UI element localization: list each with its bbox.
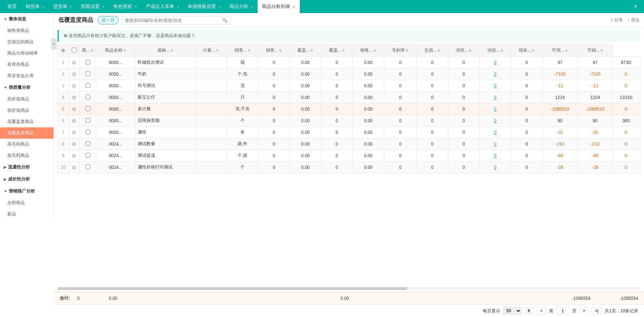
row-browse1[interactable]: 0 (479, 138, 511, 150)
col-sales-amt[interactable]: 销售...⇅ (258, 44, 290, 57)
checkbox-column-header[interactable] (69, 44, 80, 57)
row-checkbox-cell[interactable] (80, 80, 96, 92)
scrollbar-thumb[interactable] (58, 287, 407, 290)
row-browse1[interactable]: 0 (479, 92, 511, 103)
sidebar-item-capital-usage[interactable]: 库存资金占用 (0, 70, 54, 82)
sidebar-collapse-button[interactable]: « (51, 39, 57, 49)
col-browse2[interactable]: 浏览...⇅ (479, 44, 511, 57)
select-all-checkbox[interactable] (72, 48, 76, 52)
row-checkbox-cell[interactable] (80, 92, 96, 103)
horizontal-scrollbar[interactable] (58, 287, 640, 290)
sidebar-item-traded-goods[interactable]: 交易过的商品 (0, 36, 54, 48)
nav-products-in[interactable]: 产成品入库单 × (141, 0, 183, 13)
sidebar-item-sales-goods[interactable]: 销售类商品 (0, 25, 54, 36)
row-checkbox[interactable] (86, 130, 90, 134)
nav-product-analysis[interactable]: 商品分析 × (225, 0, 258, 13)
nav-permissions[interactable]: 权限设置 × (76, 0, 109, 13)
table-wrapper[interactable]: ⚙ 商...⇅ 商品名称⇅ 规格...⇅ 计量...⇅ 销售...⇅ 销售...… (54, 44, 644, 287)
share-button[interactable]: ⤴ 分享 (610, 17, 623, 23)
col-coverage1[interactable]: 覆盖...⇅ (290, 44, 321, 57)
row-checkbox-cell[interactable] (80, 57, 96, 68)
row-checkbox-cell[interactable] (80, 103, 96, 115)
close-icon[interactable]: × (293, 4, 295, 9)
row-settings[interactable]: ⚙ (69, 57, 80, 68)
row-checkbox[interactable] (86, 95, 90, 99)
close-icon[interactable]: × (70, 4, 72, 9)
col-sellable[interactable]: 可销...⇅ (578, 44, 613, 57)
prev-page-button[interactable]: < (537, 307, 546, 314)
col-unit[interactable]: 计量...⇅ (195, 44, 227, 57)
close-icon[interactable]: × (177, 4, 179, 9)
col-available[interactable]: 可用...⇅ (542, 44, 578, 57)
row-browse1[interactable]: 0 (479, 127, 511, 138)
sidebar-section-marketing[interactable]: ▼ 营销推广分析 (0, 185, 54, 197)
sidebar-item-low-value[interactable]: 低价值商品 (0, 105, 54, 116)
row-checkbox[interactable] (86, 83, 90, 88)
sidebar-item-all-goods[interactable]: 全部商品 (0, 197, 54, 209)
first-page-button[interactable]: K (525, 307, 534, 314)
col-sales-qty[interactable]: 销售...⇅ (227, 44, 258, 57)
nav-home[interactable]: 首页 (3, 0, 21, 13)
col-coverage2[interactable]: 覆盖...⇅ (321, 44, 353, 57)
row-checkbox[interactable] (86, 153, 90, 158)
row-settings[interactable]: ⚙ (69, 127, 80, 138)
export-button[interactable]: ↑ 导出 (627, 17, 640, 23)
next-page-button[interactable]: > (580, 307, 589, 314)
close-icon[interactable]: × (219, 4, 221, 9)
page-number-input[interactable] (556, 307, 569, 314)
row-checkbox-cell[interactable] (80, 68, 96, 80)
close-icon[interactable]: × (102, 4, 105, 9)
row-browse1[interactable]: 0 (479, 162, 511, 173)
last-page-button[interactable]: >| (592, 307, 602, 314)
sidebar-section-cluster[interactable]: ▼ 类群量分析 (0, 82, 54, 94)
sidebar-item-low-coverage[interactable]: 低覆盖度商品 (0, 127, 54, 139)
nav-sales[interactable]: 销货单 × (21, 0, 49, 13)
sidebar-section-growth[interactable]: ▶ 成长性分析 (0, 173, 54, 185)
sidebar-item-stock-goods[interactable]: 有库存商品 (0, 59, 54, 70)
col-gross-margin[interactable]: 毛利率⇅ (384, 44, 416, 57)
nav-product-analysis-list[interactable]: 商品分析列表 × (258, 0, 299, 13)
col-code[interactable]: 商...⇅ (80, 44, 96, 57)
row-checkbox[interactable] (86, 141, 90, 146)
row-checkbox-cell[interactable] (80, 127, 96, 138)
sidebar-item-new-goods[interactable]: 新品 (0, 209, 54, 220)
nav-templates[interactable]: 单据模板设置 × (183, 0, 225, 13)
row-checkbox[interactable] (86, 106, 90, 111)
row-settings[interactable]: ⚙ (69, 150, 80, 162)
row-checkbox-cell[interactable] (80, 138, 96, 150)
row-checkbox-cell[interactable] (80, 150, 96, 162)
time-filter-month[interactable]: 近一月 (98, 16, 119, 24)
search-input[interactable] (125, 18, 221, 23)
row-browse1[interactable]: 0 (479, 80, 511, 92)
row-settings[interactable]: ⚙ (69, 92, 80, 103)
row-settings[interactable]: ⚙ (69, 115, 80, 127)
row-settings[interactable]: ⚙ (69, 138, 80, 150)
col-name[interactable]: 商品名称⇅ (96, 44, 136, 57)
col-browse1[interactable]: 浏览...⇅ (448, 44, 479, 57)
sidebar-item-high-margin[interactable]: 高毛利商品 (0, 139, 54, 150)
row-checkbox-cell[interactable] (80, 115, 96, 127)
row-checkbox[interactable] (86, 60, 90, 64)
row-browse1[interactable]: 0 (479, 103, 511, 115)
col-trade[interactable]: 交易...⇅ (417, 44, 448, 57)
row-settings[interactable]: ⚙ (69, 162, 80, 173)
col-current-stock[interactable]: 现有...⇅ (511, 44, 542, 57)
row-browse1[interactable]: 0 (479, 68, 511, 80)
row-checkbox[interactable] (86, 165, 90, 169)
row-browse1[interactable]: 0 (479, 115, 511, 127)
page-size-select[interactable]: 50 100 200 (503, 307, 522, 315)
sidebar-item-low-margin[interactable]: 低毛利商品 (0, 150, 54, 161)
row-browse1[interactable]: 0 (479, 150, 511, 162)
row-settings[interactable]: ⚙ (69, 68, 80, 80)
sidebar-item-high-coverage[interactable]: 高覆盖度商品 (0, 116, 54, 127)
close-icon[interactable]: × (251, 4, 253, 9)
row-checkbox[interactable] (86, 71, 90, 76)
col-spec[interactable]: 规格...⇅ (135, 44, 195, 57)
window-close-button[interactable]: × (630, 3, 641, 10)
sidebar-section-general[interactable]: ▼ 整体信息 (0, 13, 54, 25)
sidebar-item-high-value[interactable]: 高价值商品 (0, 94, 54, 105)
row-checkbox[interactable] (86, 118, 90, 123)
col-sales3[interactable]: 销售...⇅ (353, 44, 384, 57)
row-settings[interactable]: ⚙ (69, 80, 80, 92)
row-checkbox-cell[interactable] (80, 162, 96, 173)
